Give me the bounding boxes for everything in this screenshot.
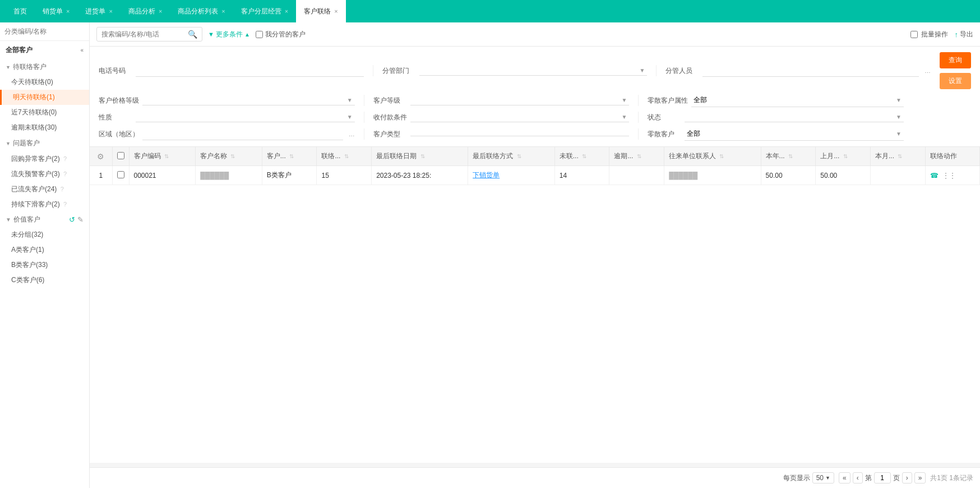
sidebar-item-churn-warning[interactable]: 流失预警客户(3) ? [0,167,89,182]
action-phone-icon[interactable]: ☎ [930,172,939,179]
filter-row-4: 区域（地区） … 客户类型 零散客户 全部 ▼ [99,127,971,141]
sidebar-item-class-c[interactable]: C类客户(6) [0,273,89,288]
nav-purchase-order[interactable]: 进货单 × [77,0,120,22]
manager-input[interactable] [702,65,919,77]
close-customer-contact-icon[interactable]: × [334,8,338,15]
sidebar-item-repurchase-abnormal[interactable]: 回购异常客户(2) ? [0,151,89,167]
sort-code-icon: ⇅ [164,153,169,159]
main-search-icon[interactable]: 🔍 [188,30,197,39]
page-size-dropdown[interactable]: 50 ▼ [812,472,834,484]
nav-home[interactable]: 首页 [6,0,35,22]
manager-label: 分管人员 [665,66,699,76]
status-field: 状态 ▼ [648,112,904,122]
col-header-name: 客户名称 ⇅ [196,147,262,166]
sidebar-item-class-a[interactable]: A类客户(1) [0,242,89,257]
col-header-category: 客户... ⇅ [262,147,317,166]
refresh-icon[interactable]: ↺ [69,215,75,224]
sidebar-search-area: 🔍 [0,22,89,41]
nav-customer-contact[interactable]: 客户联络 × [296,0,345,22]
col-header-action: 联络动作 [925,147,979,166]
batch-check[interactable] [910,31,918,38]
region-input[interactable] [142,128,343,140]
price-level-select[interactable]: ▼ [142,95,355,105]
edit-icon[interactable]: ✎ [77,215,84,224]
retail-customer-field: 零散客户 全部 ▼ [648,127,904,141]
nav-product-analysis[interactable]: 商品分析 × [121,0,170,22]
all-customers-section[interactable]: 全部客户 « [0,41,89,59]
contact-method-link[interactable]: 下销货单 [473,171,500,179]
row-this-year: 50.00 [761,166,816,185]
nav-product-analysis-list[interactable]: 商品分析列表 × [170,0,233,22]
row-checkbox[interactable] [117,171,124,178]
nav-sales-order[interactable]: 销货单 × [35,0,77,22]
col-header-un-contact: 未联... ⇅ [554,147,609,166]
col-check-all [112,147,129,166]
main-search-input[interactable] [101,30,186,38]
filter-actions: 批量操作 ↑ 导出 [910,30,974,39]
horizontal-scrollbar[interactable] [90,463,980,467]
sidebar-search-input[interactable] [4,27,89,35]
check-all-checkbox[interactable] [117,152,124,159]
retail-customer-arrow: ▼ [896,131,902,137]
export-btn[interactable]: ↑ 导出 [955,30,974,39]
divider-5 [364,112,364,123]
more-conditions-btn[interactable]: ▼ 更多条件 ▲ [208,30,250,39]
batch-operation-btn[interactable]: 批量操作 [910,30,948,39]
payment-terms-select[interactable]: ▼ [410,112,630,122]
sidebar-item-7day-contact[interactable]: 近7天待联络(0) [0,105,89,120]
region-more-icon[interactable]: … [349,131,355,137]
close-customer-seg-icon[interactable]: × [285,8,288,15]
action-more-icon[interactable]: ⋮⋮ [942,172,956,179]
page-number-input[interactable] [874,472,891,484]
row-action: ☎ ⋮⋮ [925,166,979,185]
next-page-btn[interactable]: › [902,472,912,484]
sidebar-item-churned[interactable]: 已流失客户(24) ? [0,182,89,197]
status-select[interactable]: ▼ [685,112,904,122]
sort-this-month-icon: ⇅ [898,153,902,159]
customer-level-field: 客户等级 ▼ [373,95,630,105]
sidebar-item-declining[interactable]: 持续下滑客户(2) ? [0,197,89,212]
nav-customer-segmentation[interactable]: 客户分层经营 × [233,0,296,22]
divider-8 [638,128,639,140]
sidebar-item-class-b[interactable]: B类客户(33) [0,257,89,273]
close-product-analysis-list-icon[interactable]: × [221,8,225,15]
column-settings-icon[interactable]: ⚙ [97,152,104,161]
retail-attr-label: 零散客户属性 [648,96,688,105]
filter-icon: ▼ [208,31,214,38]
close-sales-order-icon[interactable]: × [66,8,70,15]
col-header-overdue: 逾期... ⇅ [609,147,664,166]
col-header-this-year: 本年... ⇅ [761,147,816,166]
help-icon-1: ? [63,155,67,162]
last-page-btn[interactable]: » [914,472,926,484]
per-page-select: 每页显示 50 ▼ [783,472,834,484]
sidebar-item-tomorrow-contact[interactable]: 明天待联络(1) [0,90,89,105]
sidebar-group-problem-customers[interactable]: 问题客户 [0,135,89,151]
phone-input[interactable] [136,65,364,77]
customer-level-label: 客户等级 [373,96,407,105]
col-header-last-month: 上月... ⇅ [816,147,871,166]
dept-select[interactable]: ▼ [419,66,648,76]
nature-select[interactable]: ▼ [136,112,355,122]
my-customers-check[interactable] [256,31,263,38]
customer-type-select[interactable] [410,132,630,136]
query-button[interactable]: 查询 [940,52,971,68]
retail-attr-select[interactable]: 全部 ▼ [691,94,904,107]
sidebar-item-overdue-contact[interactable]: 逾期未联络(30) [0,120,89,135]
sidebar-group-value-customers[interactable]: ▼ 价值客户 ↺ ✎ [0,212,89,227]
first-page-btn[interactable]: « [839,472,850,484]
sidebar-item-today-contact[interactable]: 今天待联络(0) [0,75,89,90]
close-purchase-order-icon[interactable]: × [109,8,112,15]
customer-level-select[interactable]: ▼ [410,95,630,105]
prev-page-btn[interactable]: ‹ [853,472,863,484]
sort-last-method-icon: ⇅ [517,153,521,159]
retail-customer-select[interactable]: 全部 ▼ [685,127,904,141]
sidebar-group-pending-contact[interactable]: 待联络客户 [0,59,89,75]
my-customers-checkbox[interactable]: 我分管的客户 [256,30,306,39]
row-check [112,166,129,185]
sidebar-item-ungrouped[interactable]: 未分组(32) [0,227,89,242]
manager-more-icon[interactable]: … [924,67,931,74]
table-row: 1 000021 ██████ B类客户 [90,166,980,185]
set-button[interactable]: 设置 [940,73,971,89]
pagination: « ‹ 第 页 › » [839,472,926,484]
close-product-analysis-icon[interactable]: × [159,8,162,15]
